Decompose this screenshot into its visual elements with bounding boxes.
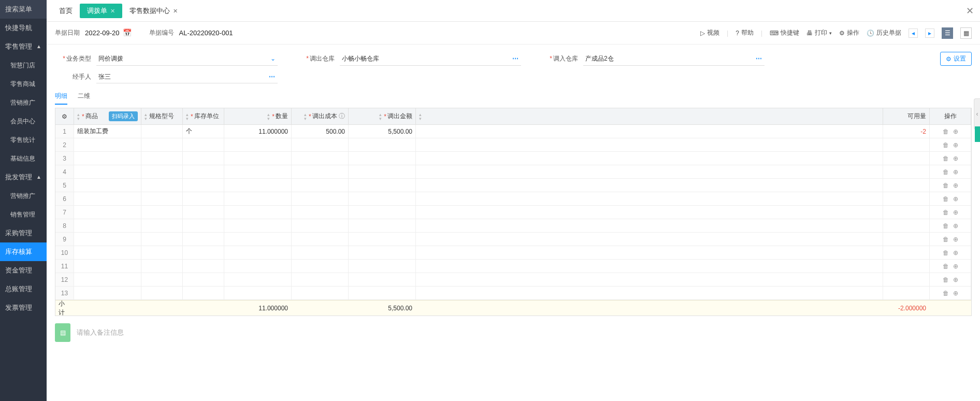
history-action[interactable]: 🕓历史单据 — [867, 28, 901, 37]
col-cost[interactable]: ▴▾*调出成本 ⓘ — [292, 108, 349, 124]
table-row[interactable]: 10🗑⊕ — [55, 246, 971, 260]
cell-unit[interactable] — [183, 192, 224, 205]
delete-row-icon[interactable]: 🗑 — [943, 168, 949, 176]
shortcut-action[interactable]: ⌨快捷键 — [770, 28, 799, 37]
delete-row-icon[interactable]: 🗑 — [943, 290, 949, 297]
cell-spec[interactable] — [141, 219, 183, 232]
col-spec[interactable]: ▴▾规格型号 — [141, 108, 183, 124]
tab-retail-data[interactable]: 零售数据中心✕ — [122, 4, 185, 18]
cell-amount[interactable] — [349, 219, 416, 232]
cell-amount[interactable] — [349, 273, 416, 286]
add-row-icon[interactable]: ⊕ — [953, 155, 958, 162]
cell-cost[interactable] — [292, 273, 349, 286]
view-grid-button[interactable]: ▦ — [960, 27, 972, 39]
cell-qty[interactable] — [224, 246, 292, 259]
subtab-detail[interactable]: 明细 — [55, 92, 67, 105]
cell-cost[interactable] — [292, 287, 349, 299]
cell-amount[interactable] — [349, 206, 416, 219]
prev-button[interactable]: ◂ — [909, 28, 918, 38]
cell-cost[interactable]: 500.00 — [292, 125, 349, 138]
cell-unit[interactable] — [183, 246, 224, 259]
cell-product[interactable] — [74, 260, 141, 273]
cell-cost[interactable] — [292, 165, 349, 178]
close-all-icon[interactable]: ✕ — [966, 5, 974, 17]
delete-row-icon[interactable]: 🗑 — [943, 141, 949, 149]
close-icon[interactable]: ✕ — [110, 4, 115, 18]
sidebar-item-quicknav[interactable]: 快捷导航 — [0, 19, 47, 37]
cell-product[interactable] — [74, 233, 141, 246]
sidebar-item-member[interactable]: 会员中心 — [0, 112, 47, 131]
delete-row-icon[interactable]: 🗑 — [943, 128, 949, 135]
cell-unit[interactable] — [183, 219, 224, 232]
cell-qty[interactable] — [224, 165, 292, 178]
cell-spec[interactable] — [141, 192, 183, 205]
add-row-icon[interactable]: ⊕ — [953, 276, 958, 283]
sidebar-item-purchase[interactable]: 采购管理 — [0, 224, 47, 242]
cell-qty[interactable] — [224, 179, 292, 192]
cell-product[interactable] — [74, 273, 141, 286]
table-row[interactable]: 7🗑⊕ — [55, 206, 971, 219]
cell-product[interactable] — [74, 219, 141, 232]
cell-amount[interactable] — [349, 165, 416, 178]
right-drawer-toggle[interactable]: ‹ — [974, 98, 980, 130]
cell-spec[interactable] — [141, 125, 183, 138]
add-row-icon[interactable]: ⊕ — [953, 168, 958, 176]
cell-cost[interactable] — [292, 233, 349, 246]
delete-row-icon[interactable]: 🗑 — [943, 155, 949, 162]
sidebar-item-basicinfo[interactable]: 基础信息 — [0, 149, 47, 168]
add-row-icon[interactable]: ⊕ — [953, 141, 958, 149]
add-row-icon[interactable]: ⊕ — [953, 236, 958, 243]
cell-qty[interactable] — [224, 233, 292, 246]
cell-spec[interactable] — [141, 246, 183, 259]
cell-unit[interactable] — [183, 206, 224, 219]
cell-amount[interactable] — [349, 260, 416, 273]
cell-unit[interactable] — [183, 287, 224, 299]
table-row[interactable]: 13🗑⊕ — [55, 287, 971, 300]
cell-product[interactable] — [74, 138, 141, 151]
sidebar-item-smartstore[interactable]: 智慧门店 — [0, 56, 47, 75]
col-product[interactable]: ▴▾*商品扫码录入 — [74, 108, 141, 124]
cell-amount[interactable] — [349, 287, 416, 299]
delete-row-icon[interactable]: 🗑 — [943, 209, 949, 216]
delete-row-icon[interactable]: 🗑 — [943, 276, 949, 283]
delete-row-icon[interactable]: 🗑 — [943, 182, 949, 189]
cell-cost[interactable] — [292, 138, 349, 151]
cell-qty[interactable] — [224, 287, 292, 299]
cell-unit[interactable] — [183, 260, 224, 273]
table-row[interactable]: 2🗑⊕ — [55, 138, 971, 152]
sidebar-item-salesmgmt[interactable]: 销售管理 — [0, 205, 47, 224]
cell-spec[interactable] — [141, 287, 183, 299]
calendar-icon[interactable]: 📅 — [123, 28, 132, 37]
add-row-icon[interactable]: ⊕ — [953, 290, 958, 297]
col-avail[interactable]: 可用量 — [883, 108, 930, 124]
date-value[interactable]: 2022-09-20 — [85, 29, 120, 37]
cell-cost[interactable] — [292, 246, 349, 259]
cell-cost[interactable] — [292, 179, 349, 192]
add-row-icon[interactable]: ⊕ — [953, 249, 958, 256]
delete-row-icon[interactable]: 🗑 — [943, 236, 949, 243]
scan-button[interactable]: 扫码录入 — [109, 111, 138, 121]
table-row[interactable]: 1组装加工费个11.000000500.005,500.00-2🗑⊕ — [55, 125, 971, 138]
cell-spec[interactable] — [141, 165, 183, 178]
add-row-icon[interactable]: ⊕ — [953, 222, 958, 230]
cell-product[interactable] — [74, 206, 141, 219]
sidebar-item-search[interactable]: 搜索菜单 — [0, 0, 47, 19]
sidebar-item-invoice[interactable]: 发票管理 — [0, 298, 47, 317]
sidebar-group-retail[interactable]: 零售管理▲ — [0, 37, 47, 56]
sidebar-item-retailmall[interactable]: 零售商城 — [0, 75, 47, 93]
cell-product[interactable] — [74, 246, 141, 259]
cell-spec[interactable] — [141, 260, 183, 273]
cell-cost[interactable] — [292, 152, 349, 165]
cell-spec[interactable] — [141, 233, 183, 246]
delete-row-icon[interactable]: 🗑 — [943, 249, 949, 256]
cell-unit[interactable] — [183, 233, 224, 246]
inwh-select[interactable]: 产成品2仓⋯ — [583, 52, 765, 66]
outwh-select[interactable]: 小畅小畅仓库⋯ — [340, 52, 521, 66]
cell-product[interactable] — [74, 179, 141, 192]
cell-cost[interactable] — [292, 260, 349, 273]
table-row[interactable]: 3🗑⊕ — [55, 152, 971, 165]
cell-amount[interactable] — [349, 233, 416, 246]
add-row-icon[interactable]: ⊕ — [953, 195, 958, 203]
tab-transfer[interactable]: 调拨单✕ — [80, 4, 122, 18]
cell-unit[interactable]: 个 — [183, 125, 224, 138]
